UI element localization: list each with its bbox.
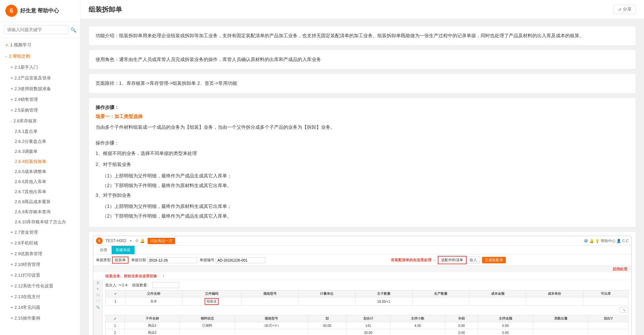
mock-date-field: 单据日期 [131, 257, 197, 263]
step-2: 2、对于组装业务 [96, 160, 629, 169]
role-text: 使用角色：通常由生产人员或库管人员完成拆装业务的操作，库管人员确认原材料的出库和… [96, 55, 629, 64]
sidebar-item-help-docs[interactable]: - 2.帮助文档 [0, 51, 80, 62]
sidebar-item-inventory[interactable]: - 2.6库存核算 [0, 116, 80, 126]
expand-icon: + [11, 76, 13, 80]
upper-td-cost [469, 297, 526, 306]
nav-icon-5: 🔍 [96, 305, 100, 309]
mock-tab-self[interactable]: 自营 [96, 246, 112, 254]
sidebar-item-inventory-query[interactable]: 2.6.9库存账本查询 [0, 207, 80, 217]
mock-number-input[interactable] [216, 257, 265, 263]
sidebar-item-stocktake[interactable]: 2.6.1盘点单 [0, 126, 80, 136]
mock-type-switch-row: 组装业务、拆卸业务在这里切换 ↑ [93, 272, 631, 280]
sidebar-item-install[interactable]: + 2.2产品安装及登录 [0, 73, 80, 83]
expand-icon: ⤣ [623, 308, 626, 312]
mock-complete-btn[interactable]: 完成装配单 [482, 257, 506, 263]
step-1: 1、根据不同的业务，选择不同单据的类型来处理 [96, 149, 629, 158]
mock-date-input[interactable] [147, 257, 197, 263]
mock-topbtn[interactable]: 同款商品一万 [148, 238, 175, 244]
upper-th-qty2: 生产数量 [412, 290, 469, 297]
sidebar-item-purchase[interactable]: + 2.5采购管理 [0, 105, 80, 116]
sidebar-item-customize[interactable]: + 2.12系统个性化设置 [0, 281, 80, 291]
sidebar-item-faq[interactable]: + 2.14常见问题 [0, 302, 80, 313]
lower-th-col4: 划 [308, 315, 346, 322]
screenshot-area: 6 TEST-H002 ▼ ⚙ 🔔 同款商品一万 ⚙️ 🔔 💡 帮助中心 👤 C… [89, 231, 636, 335]
nav-icon-2: ✎ [97, 287, 99, 291]
mock-info-qty2: 组装数量: [132, 283, 148, 288]
annotation1-arrow: → [433, 258, 436, 262]
lower-th-col7: 补助 [445, 315, 478, 322]
sidebar-item-cost-adj[interactable]: 2.6.5成本调整单 [0, 167, 80, 177]
expand-icon: + [11, 97, 13, 102]
search-icon[interactable]: 🔍 [70, 27, 76, 33]
mock-dropdown-icon: ▼ [129, 239, 132, 243]
lower-th-col5: 划合计 [346, 315, 390, 322]
collapse-icon: - [11, 119, 12, 123]
upper-th-unit: 计量单位 [299, 290, 356, 297]
sidebar-item-video[interactable]: + 1.视频学习 [0, 39, 80, 51]
mock-tabs: 自营 新建单据 [93, 246, 631, 255]
mock-type-label: 单据类型 [96, 258, 111, 263]
mock-verify-btn[interactable]: 验入 [467, 257, 480, 264]
share-button[interactable]: ➚ 分享 [613, 5, 636, 14]
sidebar-item-assembly[interactable]: 2.6.4组装拆卸单 [0, 157, 80, 167]
annotation-container: 有装配清单的在这里处理 → 选配件料清单 验入 完成装配单 [268, 256, 629, 264]
sidebar-item-cost-recalc[interactable]: 2.6.8商品成本重算 [0, 197, 80, 207]
search-input[interactable] [4, 25, 68, 34]
upper-th-check: ✓ [106, 290, 125, 297]
sidebar-item-partial-stocktake[interactable]: 2.6.2分量盘点单 [0, 136, 80, 147]
expand-icon: + [11, 262, 13, 267]
mock-logo: 6 [96, 237, 103, 244]
app-name: 好生意 帮助中心 [20, 7, 59, 14]
sidebar-item-other-in[interactable]: 2.6.6其他入库单 [0, 177, 80, 187]
sidebar-item-sales[interactable]: + 2.4销售管理 [0, 94, 80, 105]
step-ops-label: 操作步骤： [96, 139, 629, 147]
scenario-title: 场景一：加工类型选择 [96, 114, 629, 120]
lower-th-spec: 规格型号 [235, 315, 308, 322]
mock-type-value[interactable]: 组装单 [112, 257, 128, 264]
page-title: 组装拆卸单 [89, 5, 122, 14]
sidebar-item-finance[interactable]: + 2.7资金管理 [0, 227, 80, 238]
assembly-note-arrow: ↑ [162, 273, 165, 279]
upper-td-qty2 [412, 297, 469, 306]
lower-th-status: 领料状态 [180, 315, 235, 322]
sidebar-item-print[interactable]: + 2.11打印设置 [0, 270, 80, 281]
sidebar-item-beginner[interactable]: + 2.1新手入门 [0, 62, 80, 73]
expand-icon: + [11, 273, 13, 278]
sidebar-item-mobile[interactable]: + 2.8手机旺铺 [0, 238, 80, 248]
sidebar-item-transfer[interactable]: 2.6.3调拨单 [0, 147, 80, 157]
mock-top-right: ⚙️ 🔔 💡 帮助中心 👤 C.C [584, 238, 629, 243]
nav-icon-3: ☐ [97, 293, 99, 297]
mock-application: 6 TEST-H002 ▼ ⚙ 🔔 同款商品一万 ⚙️ 🔔 💡 帮助中心 👤 C… [93, 236, 632, 335]
search-area: 🔍 [0, 22, 80, 38]
expand-icon: + [11, 316, 13, 321]
mock-qty-input[interactable] [152, 282, 179, 288]
role-block: 使用角色：通常由生产人员或库管人员完成拆装业务的操作，库管人员确认原材料的出库和… [89, 50, 636, 69]
sidebar-item-label: 1.视频学习 [10, 42, 31, 48]
lower-th-child-name: 子件名称 [125, 315, 180, 322]
intro-text: 功能介绍：组装拆卸单用来处理企业组装或拆卸等加工业务，支持有固定装配清单的产品加… [96, 32, 629, 40]
mock-top-icons: ⚙️ 🔔 💡 帮助中心 👤 C.C [584, 238, 629, 243]
expand-table-btn[interactable]: ⤣ [620, 307, 629, 313]
expand-icon: + [11, 241, 13, 245]
process-annotation-text: 启用处理 [612, 267, 627, 272]
expand-icon: + [11, 284, 13, 288]
mock-bom-btn[interactable]: 选配件料清单 [438, 256, 467, 264]
mock-number-label: 单据编号 [200, 258, 214, 263]
sidebar-item-other-out[interactable]: 2.6.7其他出库单 [0, 187, 80, 197]
nav-section: + 1.视频学习 - 2.帮助文档 + 2.1新手入门 + 2.2产品安装及登录… [0, 38, 80, 325]
sidebar-item-data-prep[interactable]: + 2.3使用前数据准备 [0, 83, 80, 94]
sidebar-item-online-pay[interactable]: + 2.13在线支付 [0, 291, 80, 302]
sidebar-item-coupon[interactable]: + 2.9优惠券管理 [0, 248, 80, 259]
mock-icons1: ⚙ 🔔 [135, 238, 145, 243]
mock-left-nav: ☰ ✎ ☐ 📄 🔍 [93, 280, 103, 335]
sidebar-item-inventory-error[interactable]: 2.6.10库存账本错了怎么办 [0, 217, 80, 227]
mock-info-qty: 批次人: 〜2.4: [105, 283, 128, 288]
lower-th-col9: 系数出量 [533, 315, 588, 322]
sidebar-item-management[interactable]: + 2.10经营管理 [0, 259, 80, 270]
mock-type-field: 单据类型 组装单 [96, 257, 128, 264]
upper-th-stock: 可出库 [583, 290, 628, 297]
lower-th-col10: 划出V [588, 315, 629, 322]
expand-icon: + [11, 305, 13, 310]
mock-tab-new[interactable]: 新建单据 [112, 246, 135, 254]
sidebar-item-cases[interactable]: + 2.15操作案例 [0, 313, 80, 324]
